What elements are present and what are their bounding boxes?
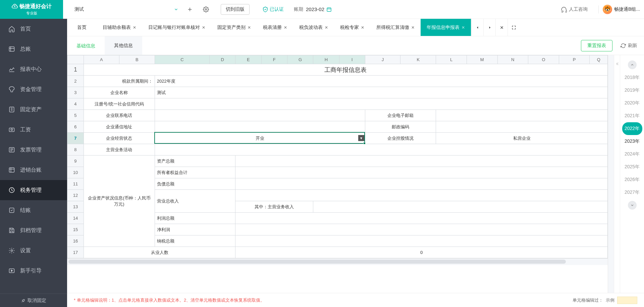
tab-close-icon[interactable]: ✕	[411, 25, 415, 30]
row-6[interactable]: 6	[67, 121, 84, 133]
activity-value[interactable]	[155, 144, 607, 156]
year-up-button[interactable]	[628, 60, 637, 69]
consult-button[interactable]: 人工咨询	[561, 6, 588, 12]
subtab-1[interactable]: 其他信息	[105, 36, 142, 55]
calendar-icon[interactable]	[326, 7, 332, 12]
row-4[interactable]: 4	[67, 98, 84, 110]
col-C[interactable]: C	[155, 55, 209, 64]
year-2024年[interactable]: 2024年	[622, 148, 642, 161]
tab-1[interactable]: 日记账与银行对账单核对✕	[142, 19, 211, 36]
reset-report-button[interactable]: 重置报表	[581, 40, 612, 51]
sidebar-item-8[interactable]: 税务管理	[0, 180, 67, 200]
tabs-fullscreen-button[interactable]	[507, 19, 520, 36]
year-2018年[interactable]: 2018年	[622, 71, 642, 84]
year-down-button[interactable]	[628, 201, 637, 210]
asset-val-10[interactable]	[235, 167, 608, 178]
sidebar-item-11[interactable]: 设置	[0, 240, 67, 261]
email-value[interactable]	[436, 110, 608, 121]
dropdown-arrow-icon[interactable]: ▼	[358, 135, 364, 141]
col-Q[interactable]: Q	[590, 55, 608, 64]
unpin-button[interactable]: 取消固定	[0, 294, 67, 307]
asset-val-15[interactable]	[235, 224, 608, 235]
tab-6[interactable]: 所得税汇算清缴✕	[370, 19, 421, 36]
year-2020年[interactable]: 2020年	[622, 97, 642, 109]
col-H[interactable]: H	[313, 55, 339, 64]
tab-close-icon[interactable]: ✕	[325, 25, 328, 30]
tab-close-icon[interactable]: ✕	[248, 25, 251, 30]
year-rail-collapse[interactable]	[614, 55, 620, 293]
sidebar-item-2[interactable]: 报表中心	[0, 59, 67, 79]
tab-5[interactable]: 税检专家✕	[334, 19, 370, 36]
tabs-prev-button[interactable]	[471, 19, 483, 36]
holding-value[interactable]: 私营企业	[436, 133, 608, 144]
tab-0[interactable]: 目辅助余额表✕	[97, 19, 142, 36]
asset-val-14[interactable]	[235, 213, 608, 224]
period-value[interactable]: 2022年度	[155, 76, 607, 87]
tab-home[interactable]: 首页	[67, 19, 97, 36]
sidebar-item-9[interactable]: 结账	[0, 200, 67, 220]
col-E[interactable]: E	[235, 55, 261, 64]
tab-close-icon[interactable]: ✕	[361, 25, 364, 30]
tab-close-icon[interactable]: ✕	[284, 25, 287, 30]
sidebar-item-12[interactable]: 新手引导	[0, 261, 67, 281]
year-2025年[interactable]: 2025年	[622, 161, 642, 173]
sidebar-item-0[interactable]: 首页	[0, 19, 67, 39]
tab-3[interactable]: 税表清册✕	[257, 19, 293, 36]
tab-close-icon[interactable]: ✕	[133, 25, 136, 30]
employees-value[interactable]: 0	[235, 247, 608, 258]
row-14[interactable]: 14	[67, 213, 84, 224]
row-7[interactable]: 7	[67, 133, 84, 144]
asset-val-12[interactable]	[235, 190, 608, 201]
col-O[interactable]: O	[528, 55, 559, 64]
regcode-value[interactable]	[155, 98, 607, 110]
sidebar-item-7[interactable]: 进销台账	[0, 160, 67, 180]
row-9[interactable]: 9	[67, 156, 84, 167]
row-10[interactable]: 10	[67, 167, 84, 178]
row-11[interactable]: 11	[67, 178, 84, 190]
tab-7[interactable]: 年报信息申报表✕	[421, 19, 471, 36]
bizstatus-value[interactable]: 开业	[155, 133, 365, 144]
tab-close-icon[interactable]: ✕	[202, 25, 205, 30]
select-all[interactable]	[67, 55, 84, 64]
col-P[interactable]: P	[559, 55, 590, 64]
row-1[interactable]: 1	[67, 64, 84, 76]
sidebar-item-5[interactable]: 工资	[0, 120, 67, 140]
sidebar-item-4[interactable]: 固定资产	[0, 99, 67, 120]
sidebar-item-3[interactable]: 资金管理	[0, 79, 67, 99]
address-value[interactable]	[155, 121, 365, 133]
sub-income-value[interactable]	[313, 201, 608, 213]
add-icon[interactable]	[184, 3, 196, 15]
spreadsheet[interactable]: ABCDEFGHIJKLMNOPQ1工商年报信息表2税款所属期间：2022年度3…	[67, 55, 608, 293]
year-2027年[interactable]: 2027年	[622, 186, 642, 199]
vertical-scrollbar[interactable]	[608, 55, 614, 293]
asset-val-11[interactable]	[235, 178, 608, 190]
postcode-value[interactable]	[436, 121, 608, 133]
sidebar-item-10[interactable]: 归档管理	[0, 220, 67, 240]
row-12[interactable]: 12	[67, 190, 84, 201]
row-3[interactable]: 3	[67, 87, 84, 98]
col-G[interactable]: G	[287, 55, 313, 64]
col-K[interactable]: K	[400, 55, 436, 64]
col-L[interactable]: L	[436, 55, 467, 64]
row-13[interactable]: 13	[67, 201, 84, 213]
row-17[interactable]: 17	[67, 247, 84, 258]
row-8[interactable]: 8	[67, 144, 84, 156]
sidebar-item-6[interactable]: 发票管理	[0, 140, 67, 160]
row-5[interactable]: 5	[67, 110, 84, 121]
refresh-button[interactable]: 刷新	[621, 43, 637, 49]
company-selector[interactable]: 测试	[71, 3, 182, 15]
tabs-close-button[interactable]	[495, 19, 507, 36]
year-2023年[interactable]: 2023年	[622, 135, 642, 148]
row-16[interactable]: 16	[67, 235, 84, 247]
asset-val-9[interactable]	[235, 156, 608, 167]
sidebar-item-1[interactable]: 总账	[0, 39, 67, 59]
year-2019年[interactable]: 2019年	[622, 84, 642, 97]
asset-val-16[interactable]	[235, 235, 608, 247]
row-2[interactable]: 2	[67, 76, 84, 87]
col-N[interactable]: N	[497, 55, 528, 64]
col-B[interactable]: B	[119, 55, 155, 64]
col-F[interactable]: F	[261, 55, 287, 64]
year-2022年[interactable]: 2022年	[622, 122, 642, 135]
tab-close-icon[interactable]: ✕	[462, 25, 465, 30]
year-2021年[interactable]: 2021年	[622, 109, 642, 122]
